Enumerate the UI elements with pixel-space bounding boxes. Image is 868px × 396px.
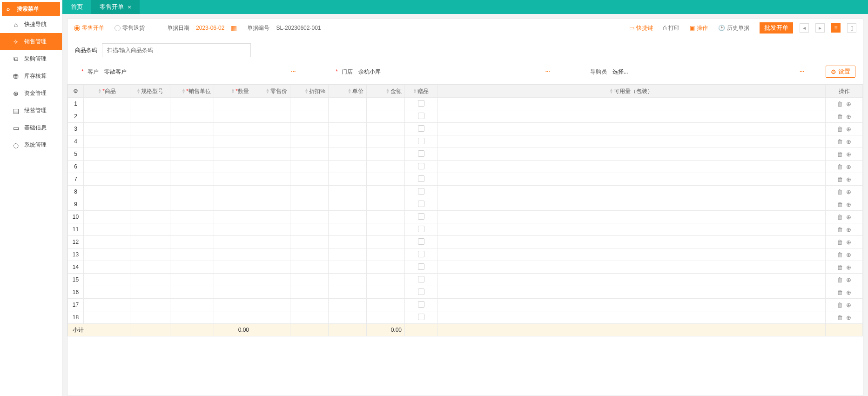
- delete-row-icon[interactable]: 🗑: [836, 264, 844, 271]
- cell-retail[interactable]: [252, 110, 290, 123]
- barcode-input[interactable]: [102, 43, 251, 57]
- table-row[interactable]: 17🗑 ⊕: [68, 299, 863, 311]
- cell-price[interactable]: [329, 274, 367, 286]
- table-row[interactable]: 8🗑 ⊕: [68, 186, 863, 198]
- batch-order-button[interactable]: 批发开单: [760, 22, 793, 34]
- cell-gift[interactable]: [405, 274, 437, 286]
- cell-product[interactable]: [84, 161, 130, 173]
- cell-gift[interactable]: [405, 110, 437, 123]
- cell-gift[interactable]: [405, 236, 437, 248]
- table-row[interactable]: 11🗑 ⊕: [68, 223, 863, 236]
- add-row-icon[interactable]: ⊕: [845, 138, 852, 145]
- add-row-icon[interactable]: ⊕: [845, 302, 852, 309]
- cell-available[interactable]: [437, 223, 826, 236]
- cell-price[interactable]: [329, 161, 367, 173]
- cell-unit[interactable]: [170, 173, 214, 186]
- cell-unit[interactable]: [170, 123, 214, 135]
- cell-gift[interactable]: [405, 135, 437, 148]
- gift-checkbox[interactable]: [418, 113, 424, 119]
- cell-price[interactable]: [329, 236, 367, 248]
- delete-row-icon[interactable]: 🗑: [836, 276, 844, 283]
- col-gear[interactable]: ⚙: [68, 85, 84, 98]
- cell-retail[interactable]: [252, 135, 290, 148]
- add-row-icon[interactable]: ⊕: [845, 176, 852, 183]
- cell-qty[interactable]: [214, 286, 252, 299]
- cell-discount[interactable]: [290, 311, 329, 324]
- cell-spec[interactable]: [130, 98, 170, 110]
- col-unit[interactable]: ▲▼*销售单位: [170, 85, 214, 98]
- close-icon[interactable]: ✕: [128, 5, 131, 10]
- gift-checkbox[interactable]: [418, 150, 424, 157]
- gift-checkbox[interactable]: [418, 125, 424, 132]
- gift-checkbox[interactable]: [418, 138, 424, 144]
- delete-row-icon[interactable]: 🗑: [836, 176, 844, 183]
- add-row-icon[interactable]: ⊕: [845, 126, 852, 133]
- cell-spec[interactable]: [130, 110, 170, 123]
- cell-product[interactable]: [84, 223, 130, 236]
- add-row-icon[interactable]: ⊕: [845, 226, 852, 233]
- cell-spec[interactable]: [130, 186, 170, 198]
- cell-product[interactable]: [84, 274, 130, 286]
- cell-spec[interactable]: [130, 248, 170, 261]
- col-available[interactable]: ▲▼可用量（包装）: [437, 85, 826, 98]
- cell-price[interactable]: [329, 261, 367, 274]
- cell-product[interactable]: [84, 98, 130, 110]
- cell-discount[interactable]: [290, 135, 329, 148]
- cell-amount[interactable]: [367, 286, 405, 299]
- cell-retail[interactable]: [252, 311, 290, 324]
- cell-product[interactable]: [84, 286, 130, 299]
- cell-amount[interactable]: [367, 223, 405, 236]
- table-row[interactable]: 15🗑 ⊕: [68, 274, 863, 286]
- cell-retail[interactable]: [252, 173, 290, 186]
- cell-unit[interactable]: [170, 299, 214, 311]
- col-price[interactable]: ▲▼单价: [329, 85, 367, 98]
- cell-price[interactable]: [329, 299, 367, 311]
- gift-checkbox[interactable]: [418, 301, 424, 308]
- cell-qty[interactable]: [214, 311, 252, 324]
- delete-row-icon[interactable]: 🗑: [836, 138, 844, 145]
- cell-retail[interactable]: [252, 211, 290, 223]
- cell-amount[interactable]: [367, 299, 405, 311]
- cell-amount[interactable]: [367, 248, 405, 261]
- cell-discount[interactable]: [290, 286, 329, 299]
- delete-row-icon[interactable]: 🗑: [836, 314, 844, 321]
- col-retail[interactable]: ▲▼零售价: [252, 85, 290, 98]
- cell-price[interactable]: [329, 173, 367, 186]
- cell-gift[interactable]: [405, 311, 437, 324]
- prev-doc-button[interactable]: ◂: [800, 23, 809, 33]
- cell-unit[interactable]: [170, 236, 214, 248]
- calendar-icon[interactable]: ▦: [231, 24, 237, 32]
- customer-lookup-button[interactable]: ···: [288, 68, 298, 75]
- cell-qty[interactable]: [214, 236, 252, 248]
- cell-price[interactable]: [329, 123, 367, 135]
- search-menu-button[interactable]: ⌕ 搜索菜单: [2, 2, 60, 16]
- cell-product[interactable]: [84, 236, 130, 248]
- cell-unit[interactable]: [170, 98, 214, 110]
- store-value[interactable]: 余杭小库: [358, 68, 381, 76]
- tab-1[interactable]: 零售开单✕: [91, 0, 140, 14]
- cell-retail[interactable]: [252, 148, 290, 161]
- table-row[interactable]: 10🗑 ⊕: [68, 211, 863, 223]
- cell-unit[interactable]: [170, 223, 214, 236]
- gift-checkbox[interactable]: [418, 238, 424, 245]
- shopper-lookup-button[interactable]: ···: [797, 68, 807, 75]
- list-view-button[interactable]: ≡: [831, 23, 841, 33]
- radio-retail-return[interactable]: 零售退货: [114, 24, 145, 32]
- cell-gift[interactable]: [405, 173, 437, 186]
- col-amount[interactable]: ▲▼金额: [367, 85, 405, 98]
- cell-unit[interactable]: [170, 274, 214, 286]
- add-row-icon[interactable]: ⊕: [845, 276, 852, 283]
- cell-available[interactable]: [437, 299, 826, 311]
- cell-qty[interactable]: [214, 299, 252, 311]
- cell-unit[interactable]: [170, 261, 214, 274]
- gift-checkbox[interactable]: [418, 276, 424, 282]
- cell-price[interactable]: [329, 311, 367, 324]
- cell-unit[interactable]: [170, 311, 214, 324]
- delete-row-icon[interactable]: 🗑: [836, 302, 844, 309]
- cell-qty[interactable]: [214, 123, 252, 135]
- table-row[interactable]: 1🗑 ⊕: [68, 98, 863, 110]
- cell-amount[interactable]: [367, 236, 405, 248]
- cell-qty[interactable]: [214, 161, 252, 173]
- cell-amount[interactable]: [367, 311, 405, 324]
- cell-product[interactable]: [84, 311, 130, 324]
